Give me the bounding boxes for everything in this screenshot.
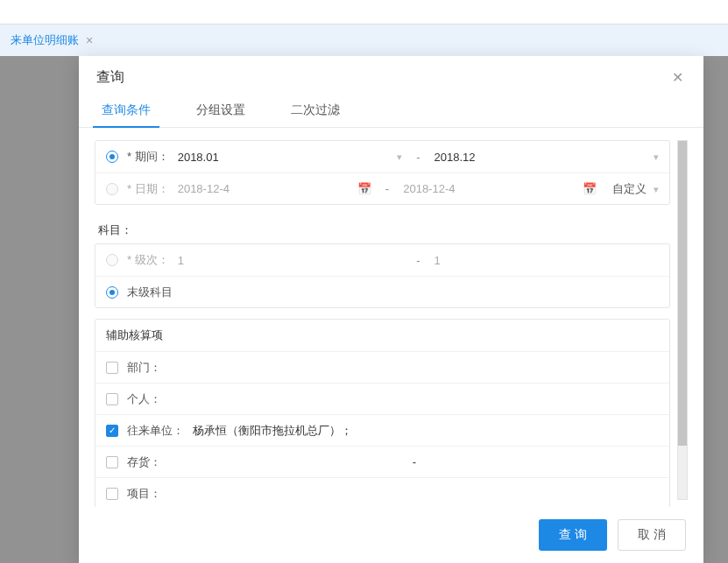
level-row: * 级次： 1 - 1 [95, 244, 669, 276]
period-to-select[interactable]: 2018.12 ▾ [435, 151, 660, 164]
person-checkbox[interactable] [106, 393, 118, 405]
modal-content: * 期间： 2018.01 ▾ - 2018.12 ▾ * 日期： [95, 140, 670, 500]
dept-label: 部门： [127, 360, 161, 376]
tab-conditions[interactable]: 查询条件 [96, 95, 156, 127]
leaf-subject-radio[interactable] [106, 286, 118, 299]
aux-dept-row: 部门： [95, 351, 669, 383]
aux-correspondent-row: ✓ 往来单位： 杨承恒（衡阳市拖拉机总厂）； [95, 414, 669, 446]
modal-tabs: 查询条件 分组设置 二次过滤 [79, 95, 703, 128]
level-panel: * 级次： 1 - 1 末级科目 [95, 243, 670, 308]
level-radio[interactable] [106, 254, 118, 266]
date-preset-label: 自定义 [612, 182, 647, 195]
date-to-input[interactable]: 2018-12-4 📅 [403, 182, 597, 195]
date-radio[interactable] [106, 183, 118, 195]
date-row: * 日期： 2018-12-4 📅 - 2018-12-4 📅 自定义 [95, 172, 669, 204]
project-label: 项目： [127, 486, 161, 502]
page-tab-label: 来单位明细账 [11, 32, 79, 48]
aux-panel: 辅助核算项 部门： 个人： ✓ 往来单位： 杨承恒（衡阳市拖拉机总厂）； [95, 319, 670, 507]
level-from-input[interactable]: 1 [178, 254, 403, 267]
project-checkbox[interactable] [106, 488, 118, 500]
query-modal: 查询 ✕ 查询条件 分组设置 二次过滤 * 期间： 2018.01 ▾ - [79, 56, 703, 563]
dept-checkbox[interactable] [106, 362, 118, 374]
calendar-icon: 📅 [583, 182, 597, 195]
scrollbar-thumb[interactable] [678, 141, 687, 446]
period-row: * 期间： 2018.01 ▾ - 2018.12 ▾ [95, 141, 669, 172]
modal-body: * 期间： 2018.01 ▾ - 2018.12 ▾ * 日期： [79, 128, 703, 507]
correspondent-checkbox[interactable]: ✓ [106, 425, 118, 437]
correspondent-label: 往来单位： [127, 423, 184, 439]
top-toolbar [0, 0, 728, 25]
tab-secondary-filter[interactable]: 二次过滤 [286, 95, 345, 127]
leaf-subject-row: 末级科目 [95, 276, 669, 307]
close-icon[interactable]: × [86, 33, 93, 47]
person-label: 个人： [127, 391, 161, 407]
correspondent-value: 杨承恒（衡阳市拖拉机总厂）； [193, 423, 352, 439]
modal-title: 查询 [96, 68, 124, 87]
date-from-input[interactable]: 2018-12-4 📅 [178, 182, 371, 195]
level-from-value: 1 [178, 254, 184, 267]
period-from-value: 2018.01 [178, 151, 219, 164]
aux-person-row: 个人： [95, 383, 669, 414]
aux-title-row: 辅助核算项 [95, 320, 669, 351]
close-icon[interactable]: ✕ [668, 69, 686, 87]
aux-inventory-row: 存货： - [95, 446, 669, 477]
subject-label: 科目： [95, 215, 670, 243]
leaf-subject-label: 末级科目 [127, 285, 173, 300]
modal-header: 查询 ✕ [79, 56, 703, 95]
date-preset-select[interactable]: 自定义 ▾ [612, 181, 659, 197]
aux-project-row: 项目： [95, 477, 669, 507]
range-dash: - [411, 254, 425, 267]
chevron-down-icon: ▾ [397, 151, 402, 163]
period-from-select[interactable]: 2018.01 ▾ [178, 151, 403, 164]
aux-title: 辅助核算项 [106, 327, 163, 343]
period-panel: * 期间： 2018.01 ▾ - 2018.12 ▾ * 日期： [95, 140, 670, 205]
period-label: * 期间： [127, 149, 169, 165]
chevron-down-icon: ▾ [654, 151, 659, 163]
chevron-down-icon: ▾ [654, 184, 659, 194]
page-tab-ledger[interactable]: 来单位明细账 × [4, 32, 100, 48]
period-to-value: 2018.12 [435, 151, 476, 164]
cancel-button[interactable]: 取 消 [618, 519, 686, 551]
tab-grouping[interactable]: 分组设置 [191, 95, 251, 127]
range-dash: - [380, 182, 394, 195]
date-to-value: 2018-12-4 [403, 182, 455, 195]
modal-scrollbar[interactable] [677, 140, 688, 500]
calendar-icon: 📅 [357, 182, 371, 195]
page-tabbar: 来单位明细账 × [0, 25, 728, 56]
date-from-value: 2018-12-4 [178, 182, 230, 195]
inventory-label: 存货： [127, 454, 161, 470]
range-dash: - [411, 151, 425, 164]
period-radio[interactable] [106, 151, 118, 163]
level-label: * 级次： [127, 252, 169, 268]
inventory-checkbox[interactable] [106, 456, 118, 468]
query-button[interactable]: 查 询 [539, 519, 607, 551]
level-to-value: 1 [435, 254, 441, 267]
modal-footer: 查 询 取 消 [79, 507, 703, 563]
date-label: * 日期： [127, 181, 169, 197]
level-to-input[interactable]: 1 [435, 254, 660, 267]
inventory-value: - [413, 455, 416, 468]
